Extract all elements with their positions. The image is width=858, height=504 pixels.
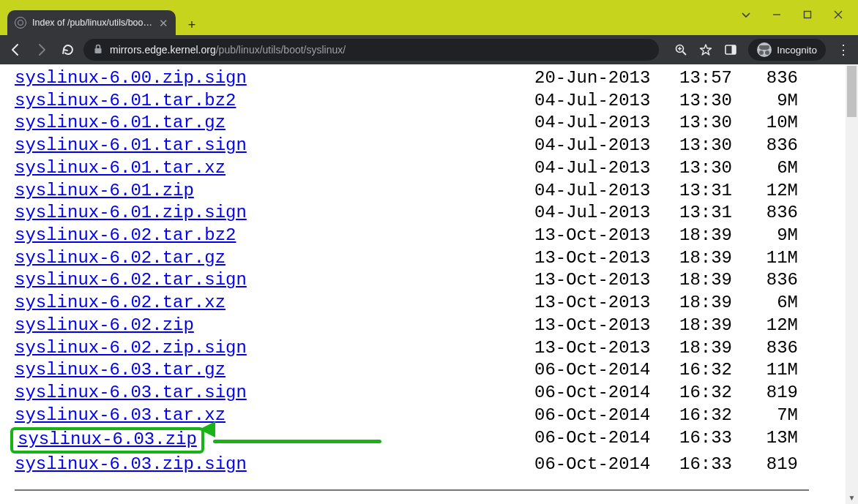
file-size: 9M [732,90,798,113]
window-minimize-icon[interactable] [772,10,782,20]
tab-title: Index of /pub/linux/utils/boot/sy [32,18,153,28]
file-name-cell: syslinux-6.02.tar.xz [15,292,534,315]
file-link[interactable]: syslinux-6.01.tar.bz2 [15,91,236,110]
new-tab-button[interactable]: + [182,15,202,35]
file-date: 13-Oct-2013 [534,269,666,292]
file-time: 16:33 [666,427,732,454]
file-link[interactable]: syslinux-6.02.zip.sign [15,338,247,358]
file-date: 04-Jul-2013 [534,157,666,180]
file-row: syslinux-6.03.tar.sign06-Oct-201416:3281… [15,382,852,405]
directory-listing: syslinux-6.00.zip.sign20-Jun-201313:5783… [0,64,858,504]
scroll-thumb[interactable] [847,66,857,117]
file-name-cell: syslinux-6.01.tar.xz [15,157,534,180]
file-row: syslinux-6.01.tar.sign04-Jul-201313:3083… [15,135,852,157]
file-link[interactable]: syslinux-6.03.tar.gz [15,360,225,380]
file-name-cell: syslinux-6.00.zip.sign [15,67,534,90]
window-close-icon[interactable] [833,10,843,20]
file-size: 836 [732,135,798,157]
window-chevron-icon[interactable] [741,10,751,20]
file-date: 13-Oct-2013 [534,315,666,337]
reload-button[interactable] [60,42,76,58]
file-date: 13-Oct-2013 [534,247,666,270]
file-row: syslinux-6.02.tar.xz13-Oct-201318:396M [15,292,852,315]
file-link[interactable]: syslinux-6.01.tar.gz [15,113,225,132]
svg-line-4 [683,52,687,56]
address-bar[interactable]: mirrors.edge.kernel.org/pub/linux/utils/… [83,39,659,61]
url-text: mirrors.edge.kernel.org/pub/linux/utils/… [110,44,346,56]
browser-tab[interactable]: Index of /pub/linux/utils/boot/sy ✕ [7,10,176,35]
file-date: 13-Oct-2013 [534,337,666,360]
file-row: syslinux-6.02.zip.sign13-Oct-201318:3983… [15,337,852,360]
file-name-cell: syslinux-6.01.tar.gz [15,112,534,135]
side-panel-icon[interactable] [723,42,738,57]
file-link[interactable]: syslinux-6.01.zip [15,181,194,200]
file-name-cell: syslinux-6.01.zip [15,180,534,203]
file-link[interactable]: syslinux-6.03.zip [18,429,197,449]
file-row: syslinux-6.02.tar.sign13-Oct-201318:3983… [15,269,852,292]
incognito-label: Incognito [777,45,817,56]
file-name-cell: syslinux-6.02.tar.sign [15,269,534,292]
file-time: 16:33 [666,454,732,476]
file-link[interactable]: syslinux-6.02.tar.bz2 [15,225,236,245]
file-row: syslinux-6.01.zip.sign04-Jul-201313:3183… [15,202,852,225]
file-size: 819 [732,382,798,405]
file-row: syslinux-6.02.tar.bz213-Oct-201318:399M [15,225,852,247]
file-link[interactable]: syslinux-6.03.tar.xz [15,405,225,425]
file-size: 10M [732,112,798,135]
file-size: 6M [732,292,798,315]
file-link[interactable]: syslinux-6.03.tar.sign [15,383,247,402]
file-link[interactable]: syslinux-6.01.zip.sign [15,203,247,222]
file-size: 819 [732,454,798,476]
file-time: 18:39 [666,269,732,292]
file-time: 13:31 [666,180,732,203]
file-size: 9M [732,225,798,247]
file-date: 13-Oct-2013 [534,292,666,315]
file-link[interactable]: syslinux-6.00.zip.sign [15,68,247,88]
scroll-down-icon[interactable]: ▼ [846,492,858,504]
page-viewport: syslinux-6.00.zip.sign20-Jun-201313:5783… [0,64,858,504]
globe-icon [15,17,26,29]
file-link[interactable]: syslinux-6.02.zip [15,315,194,335]
browser-menu-icon[interactable]: ⋮ [836,42,851,57]
file-name-cell: syslinux-6.03.tar.gz [15,359,534,382]
file-link[interactable]: syslinux-6.01.tar.xz [15,158,225,178]
file-name-cell: syslinux-6.02.zip.sign [15,337,534,360]
file-time: 18:39 [666,292,732,315]
file-size: 11M [732,359,798,382]
file-list: syslinux-6.00.zip.sign20-Jun-201313:5783… [15,67,852,476]
file-time: 18:39 [666,315,732,337]
file-size: 836 [732,269,798,292]
file-name-cell: syslinux-6.02.tar.bz2 [15,225,534,247]
file-link[interactable]: syslinux-6.02.tar.sign [15,270,247,290]
file-time: 13:30 [666,157,732,180]
file-link[interactable]: syslinux-6.02.tar.gz [15,248,225,268]
file-date: 04-Jul-2013 [534,180,666,203]
file-link[interactable]: syslinux-6.02.tar.xz [15,293,225,312]
file-name-cell: syslinux-6.03.zip.sign [15,454,534,476]
svg-rect-8 [732,45,736,54]
vertical-scrollbar[interactable]: ▲ ▼ [846,64,858,504]
file-size: 11M [732,247,798,270]
file-date: 06-Oct-2014 [534,382,666,405]
file-time: 13:30 [666,90,732,113]
back-button[interactable] [7,42,23,58]
forward-button [34,42,50,58]
bookmark-star-icon[interactable] [698,42,713,57]
file-row: syslinux-6.00.zip.sign20-Jun-201313:5783… [15,67,852,90]
file-link[interactable]: syslinux-6.03.zip.sign [15,454,247,474]
file-link[interactable]: syslinux-6.01.tar.sign [15,135,247,155]
file-name-cell: syslinux-6.03.tar.sign [15,382,534,405]
file-size: 13M [732,427,798,454]
highlight-box: syslinux-6.03.zip [10,427,204,454]
window-maximize-icon[interactable] [802,10,813,20]
zoom-icon[interactable] [674,42,688,57]
file-date: 20-Jun-2013 [534,67,666,90]
file-name-cell: syslinux-6.01.tar.bz2 [15,90,534,113]
file-name-cell: syslinux-6.03.tar.xz [15,405,534,427]
file-date: 06-Oct-2014 [534,427,666,454]
tab-close-icon[interactable]: ✕ [159,18,168,29]
file-row: syslinux-6.01.zip04-Jul-201313:3112M [15,180,852,203]
file-time: 18:39 [666,337,732,360]
listing-separator [15,489,809,491]
window-controls [726,0,858,29]
